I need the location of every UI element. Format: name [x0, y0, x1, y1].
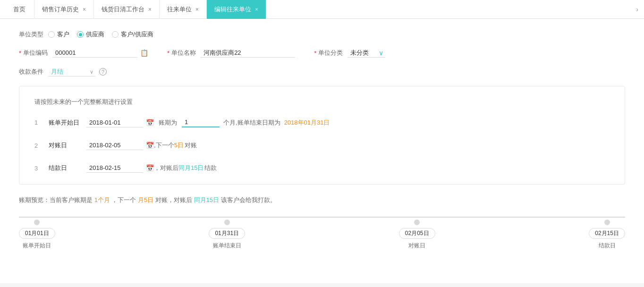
row1-mid-text: 账期为: [159, 118, 177, 127]
radio-both-label: 客户/供应商: [121, 30, 153, 39]
row2-value: 📅 ,下一个 5日 对账: [86, 141, 197, 150]
point-label-0: 01月01日: [19, 228, 55, 239]
row3-highlight: 同月15日: [178, 164, 203, 172]
preview-suffix: 该客户会给我打款。: [221, 196, 276, 203]
tab-edit-partner[interactable]: 编辑往来单位 ×: [207, 0, 266, 19]
payment-date-input[interactable]: [86, 163, 143, 173]
row3-prefix: ，对账后: [154, 164, 178, 172]
unit-name-group: * 单位名称: [167, 48, 295, 58]
unit-name-input[interactable]: [201, 48, 295, 58]
tab-edit-close[interactable]: ×: [255, 6, 258, 13]
preview-1month: 1个月: [94, 196, 110, 203]
tab-cash-close[interactable]: ×: [148, 6, 152, 13]
radio-both[interactable]: 客户/供应商: [112, 30, 153, 39]
point-name-3: 结款日: [599, 242, 616, 250]
name-required-star: *: [167, 50, 169, 57]
cat-required-star: *: [314, 50, 316, 57]
point-label-1: 01月31日: [209, 228, 245, 239]
radio-supplier[interactable]: 供应商: [77, 30, 104, 39]
payment-select[interactable]: 月结: [48, 67, 95, 76]
start-date-calendar[interactable]: 📅: [146, 119, 154, 127]
radio-customer-label: 客户: [57, 30, 69, 39]
row-reconcile: 2 对账日 📅 ,下一个 5日 对账: [34, 141, 610, 150]
row3-value: 📅 ，对账后 同月15日 结款: [86, 163, 217, 173]
preview-month5: 月5日: [138, 196, 153, 203]
unit-type-row: 单位类型 客户 供应商 客户/供应商: [19, 30, 625, 39]
timeline-point-1: 01月31日 账单结束日: [209, 219, 245, 250]
timeline-point-3: 02月15日 结款日: [589, 219, 625, 250]
payment-help-icon[interactable]: ?: [99, 68, 107, 76]
tab-edit-label: 编辑往来单位: [214, 5, 251, 14]
radio-supplier-dot: [79, 33, 82, 36]
unit-code-input[interactable]: [52, 48, 137, 58]
row1-value: 📅 账期为 个月,账单结束日期为 2018年01月31日: [86, 118, 330, 127]
payment-label: 收款条件: [19, 68, 43, 76]
point-label-2: 02月05日: [399, 228, 435, 239]
payment-date-calendar[interactable]: 📅: [146, 164, 154, 172]
tab-sales-close[interactable]: ×: [83, 6, 86, 13]
category-dropdown: 未分类 ∨: [347, 48, 385, 58]
row2-highlight: 5日: [174, 141, 184, 150]
code-required-star: *: [19, 50, 21, 57]
tab-home[interactable]: 首页: [5, 0, 34, 19]
radio-customer-circle: [48, 31, 55, 38]
radio-customer[interactable]: 客户: [48, 30, 69, 39]
preview-sep1: ，下一个: [111, 196, 136, 203]
reconcile-calendar[interactable]: 📅: [146, 142, 154, 149]
reconcile-date-input[interactable]: [86, 141, 143, 150]
row3-label: 结款日: [49, 164, 86, 172]
tab-partner-label: 往来单位: [167, 5, 192, 14]
point-dot-2: [414, 219, 420, 225]
tab-sales-history[interactable]: 销售订单历史 ×: [34, 0, 94, 19]
row1-label: 账单开始日: [49, 118, 86, 127]
radio-supplier-circle: [77, 31, 84, 38]
row-payment-date: 3 结款日 📅 ，对账后 同月15日 结款: [34, 163, 610, 173]
row2-prefix: ,下一个: [154, 141, 174, 150]
timeline-points: 01月01日 账单开始日 01月31日 账单结束日 02月05日 对账日 02月…: [19, 219, 625, 250]
preview-label: 账期预览：当前客户账期是: [19, 196, 93, 203]
row-start-date: 1 账单开始日 📅 账期为 个月,账单结束日期为 2018年01月31日: [34, 118, 610, 127]
row2-suffix: 对账: [185, 141, 197, 150]
tab-sales-label: 销售订单历史: [42, 5, 79, 14]
point-name-2: 对账日: [408, 242, 425, 250]
tab-cash-work[interactable]: 钱货日清工作台 ×: [94, 0, 160, 19]
period-month-input[interactable]: [182, 118, 220, 127]
timeline-line: [19, 217, 625, 218]
tab-home-label: 首页: [13, 5, 25, 14]
main-content: 单位类型 客户 供应商 客户/供应商 * 单位编码 📋: [0, 19, 644, 283]
row3-num: 3: [34, 165, 49, 172]
timeline-point-0: 01月01日 账单开始日: [19, 219, 55, 250]
row1-suffix: 个月,账单结束日期为: [223, 118, 280, 127]
unit-code-icon[interactable]: 📋: [140, 49, 148, 57]
section-title: 请按照未来的一个完整帐期进行设置: [34, 98, 610, 106]
point-name-0: 账单开始日: [23, 242, 51, 250]
point-dot-1: [224, 219, 230, 225]
timeline-point-2: 02月05日 对账日: [399, 219, 435, 250]
unit-name-label: 单位名称: [171, 49, 196, 57]
unit-code-label: 单位编码: [23, 49, 48, 57]
category-select[interactable]: 未分类: [347, 48, 385, 58]
row1-end-date: 2018年01月31日: [284, 118, 330, 127]
payment-row: 收款条件 月结 ∨ ?: [19, 67, 625, 76]
preview-row: 账期预览：当前客户账期是 1个月 ，下一个 月5日 对账，对账后 同月15日 该…: [19, 196, 625, 204]
point-label-3: 02月15日: [589, 228, 625, 239]
radio-supplier-label: 供应商: [86, 30, 104, 39]
tab-cash-label: 钱货日清工作台: [102, 5, 144, 14]
period-section: 请按照未来的一个完整帐期进行设置 1 账单开始日 📅 账期为 个月,账单结束日期…: [19, 86, 625, 185]
row2-label: 对账日: [49, 141, 86, 150]
point-name-1: 账单结束日: [213, 242, 241, 250]
row2-num: 2: [34, 142, 49, 149]
unit-info-row: * 单位编码 📋 * 单位名称 * 单位分类 未分类 ∨: [19, 48, 625, 58]
unit-type-label: 单位类型: [19, 30, 43, 39]
start-date-input[interactable]: [86, 118, 143, 127]
timeline: 01月01日 账单开始日 01月31日 账单结束日 02月05日 对账日 02月…: [19, 210, 625, 250]
radio-both-circle: [112, 31, 119, 38]
tab-partner[interactable]: 往来单位 ×: [160, 0, 207, 19]
tab-partner-close[interactable]: ×: [195, 6, 199, 13]
row3-suffix: 结款: [204, 164, 217, 172]
preview-sep2: 对账，对账后: [155, 196, 192, 203]
payment-dropdown: 月结 ∨: [48, 67, 95, 76]
point-dot-0: [34, 219, 40, 225]
unit-category-group: * 单位分类 未分类 ∨: [314, 48, 385, 58]
tabs-more-arrow[interactable]: ›: [630, 6, 644, 13]
